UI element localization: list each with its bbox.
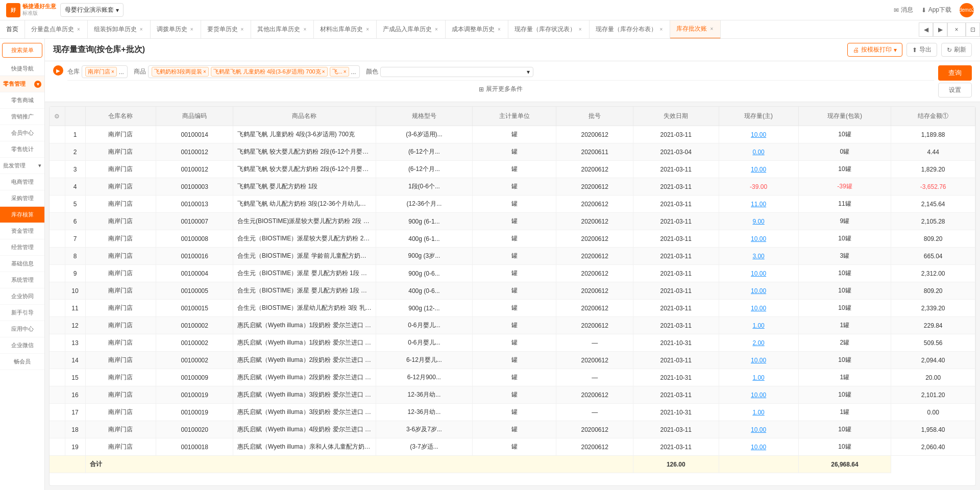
cell-qty-pkg: 3罐 <box>798 248 891 265</box>
product-tag-2: 飞鹤星飞帆 儿童奶粉 4段(3-6岁适用) 700克 × <box>211 67 328 77</box>
tab-nav-menu[interactable]: ⊡ <box>966 22 980 37</box>
cell-qty-main[interactable]: 10.00 <box>719 161 798 178</box>
tab-home[interactable]: 首页 <box>0 20 25 39</box>
gear-icon[interactable]: ⚙ <box>54 113 60 120</box>
cell-qty-main[interactable]: 2.00 <box>719 334 798 352</box>
tab-close-11[interactable]: × <box>709 26 714 32</box>
tab-6[interactable]: 材料出库单历史 × <box>314 20 377 39</box>
sidebar-item-member[interactable]: 会员中心 <box>0 125 44 141</box>
sidebar-item-app-center[interactable]: 应用中心 <box>0 321 44 337</box>
tab-nav-close[interactable]: × <box>947 22 966 37</box>
warehouse-filter-box[interactable]: 南岸门店 × ... <box>82 65 128 78</box>
tab-close-8[interactable]: × <box>497 27 502 32</box>
sidebar-item-basic-info[interactable]: 基础信息 <box>0 256 44 272</box>
sidebar-item-system[interactable]: 系统管理 <box>0 272 44 288</box>
cell-qty-main[interactable]: 3.00 <box>719 248 798 265</box>
sidebar-item-purchase[interactable]: 采购管理 <box>0 190 44 207</box>
tab-7[interactable]: 产成品入库单历史 × <box>377 20 446 39</box>
tab-5[interactable]: 其他出库单历史 × <box>251 20 314 39</box>
cell-qty-main[interactable]: -39.00 <box>719 178 798 195</box>
product-tag3-close[interactable]: × <box>344 69 347 75</box>
sidebar-item-retail-mgmt[interactable]: 零售管理 ▾ <box>0 76 44 92</box>
cell-unit: 罐 <box>472 386 556 404</box>
message-icon: ✉ <box>894 7 899 14</box>
cell-qty-main[interactable]: 1.00 <box>719 404 798 421</box>
sidebar-item-guide[interactable]: 新手引导 <box>0 305 44 321</box>
sidebar-item-finance[interactable]: 资金管理 <box>0 223 44 239</box>
cell-unit: 罐 <box>472 334 556 352</box>
cell-qty-main[interactable]: 10.00 <box>719 282 798 300</box>
tab-close-7[interactable]: × <box>434 27 439 32</box>
export-btn[interactable]: ⬆ 导出 <box>906 43 937 57</box>
tab-11[interactable]: 库存批次账 × <box>670 20 721 39</box>
print-btn[interactable]: 🖨 按模板打印 ▾ <box>847 43 902 57</box>
query-btn[interactable]: 查询 <box>938 65 972 81</box>
sidebar-item-operations[interactable]: 经营管理 <box>0 239 44 256</box>
cell-unit: 罐 <box>472 248 556 265</box>
cell-qty-main[interactable]: 10.00 <box>719 421 798 438</box>
cell-qty-main[interactable]: 10.00 <box>719 300 798 317</box>
product-filter-box[interactable]: 飞鹤奶粉3段两提装 × 飞鹤星飞帆 儿童奶粉 4段(3-6岁适用) 700克 ×… <box>148 65 360 78</box>
logo-icon: 好 <box>6 3 20 17</box>
expand-conditions-btn[interactable]: ⊞ 展开更多条件 <box>67 85 934 93</box>
cell-expire: 2021-03-11 <box>633 178 719 195</box>
tab-nav-right[interactable]: ▶ <box>933 22 947 37</box>
tab-10[interactable]: 现存量（库存分布表） × <box>590 20 671 39</box>
tab-close-10[interactable]: × <box>659 27 664 32</box>
tab-close-1[interactable]: × <box>76 27 81 32</box>
cell-qty-main[interactable]: 1.00 <box>719 369 798 386</box>
tab-3[interactable]: 调拨单历史 × <box>151 20 201 39</box>
tab-nav-left[interactable]: ◀ <box>919 22 933 37</box>
tab-close-4[interactable]: × <box>240 27 245 32</box>
sidebar-item-ecommerce[interactable]: 电商管理 <box>0 174 44 190</box>
cell-qty-main[interactable]: 10.00 <box>719 265 798 282</box>
cell-name: 飞鹤星飞帆 儿童奶粉 4段(3-6岁适用) 700克 <box>233 126 376 143</box>
tab-9[interactable]: 现存量（库存状况表） × <box>508 20 590 39</box>
warehouse-more[interactable]: ... <box>119 68 124 76</box>
sidebar-item-vip[interactable]: 畅会员 <box>0 354 44 370</box>
product-more[interactable]: ... <box>351 68 356 76</box>
cell-qty-main[interactable]: 10.00 <box>719 438 798 456</box>
sidebar-item-marketing[interactable]: 营销推广 <box>0 109 44 125</box>
cell-qty-main[interactable]: 10.00 <box>719 230 798 248</box>
tab-8[interactable]: 成本调整单历史 × <box>446 20 508 39</box>
tab-close-9[interactable]: × <box>578 27 583 32</box>
cell-qty-main[interactable]: 11.00 <box>719 195 798 213</box>
tab-2[interactable]: 组装拆卸单历史 × <box>88 20 151 39</box>
cell-qty-main[interactable]: 10.00 <box>719 126 798 143</box>
cell-qty-main[interactable]: 10.00 <box>719 352 798 369</box>
warehouse-select[interactable]: 母婴行业演示账套 ▾ <box>60 3 124 17</box>
sidebar-item-retail-shop[interactable]: 零售商城 <box>0 92 44 109</box>
tab-close-6[interactable]: × <box>365 27 370 32</box>
settings-btn[interactable]: 设置 <box>938 83 972 97</box>
cell-unit: 罐 <box>472 352 556 369</box>
quick-nav-btn[interactable]: 快捷导航 <box>0 62 44 76</box>
col-qty-pkg: 现存量(包装) <box>798 107 891 126</box>
sidebar-item-inventory[interactable]: 库存核算 <box>0 207 44 223</box>
cell-qty-main[interactable]: 0.00 <box>719 143 798 161</box>
download-btn[interactable]: ⬇ App下载 <box>921 6 951 14</box>
cell-qty-main[interactable]: 10.00 <box>719 386 798 404</box>
cell-qty-main[interactable]: 9.00 <box>719 213 798 230</box>
refresh-btn[interactable]: ↻ 刷新 <box>941 43 972 57</box>
tab-1[interactable]: 分量盘点单历史 × <box>25 20 88 39</box>
color-filter-box[interactable]: ▾ <box>380 67 533 77</box>
message-btn[interactable]: ✉ 消息 <box>894 6 913 14</box>
filter-toggle-btn[interactable]: ▶ <box>53 65 63 76</box>
table-row: 6 南岸门店 00100007 合生元(BIOSTIME)派星较大婴儿配方奶粉 … <box>50 213 975 230</box>
sidebar-item-wechat[interactable]: 企业微信 <box>0 337 44 354</box>
tab-close-2[interactable]: × <box>139 27 144 32</box>
tab-4[interactable]: 要货单历史 × <box>201 20 252 39</box>
search-menu-btn[interactable]: 搜索菜单 <box>2 43 42 58</box>
cell-qty-main[interactable]: 1.00 <box>719 317 798 334</box>
tab-close-5[interactable]: × <box>302 27 307 32</box>
sidebar-item-enterprise[interactable]: 企业协同 <box>0 288 44 305</box>
sidebar-item-retail-stats[interactable]: 零售统计 <box>0 141 44 158</box>
product-tag1-close[interactable]: × <box>203 69 206 75</box>
product-tag2-close[interactable]: × <box>322 69 325 75</box>
user-avatar[interactable]: demo2 <box>960 3 974 17</box>
sidebar-item-wholesale[interactable]: 批发管理 ▾ <box>0 158 44 174</box>
cell-checkbox <box>50 143 65 161</box>
tab-close-3[interactable]: × <box>189 27 194 32</box>
warehouse-tag-close[interactable]: × <box>111 69 114 75</box>
